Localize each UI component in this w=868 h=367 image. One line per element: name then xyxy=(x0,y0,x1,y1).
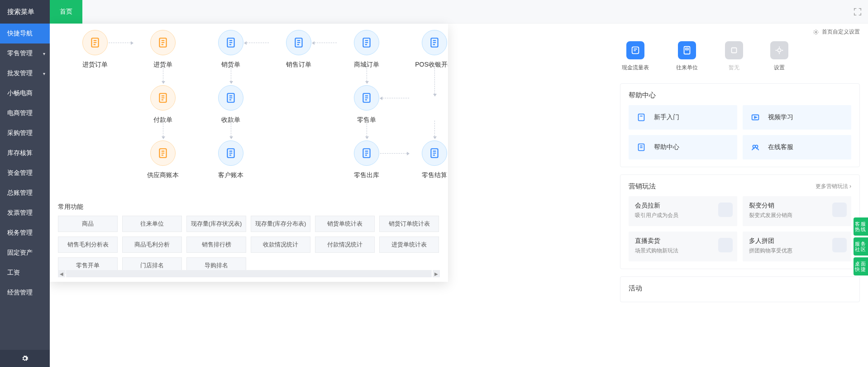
promo-deco-icon xyxy=(718,238,733,252)
sidebar-item-2[interactable]: 批发管理▾ xyxy=(0,63,50,83)
chevron-down-icon: ▾ xyxy=(43,51,45,56)
flow-node-销售订单[interactable]: 销售订单 xyxy=(269,30,328,69)
flow-node-label: 进货订单 xyxy=(66,61,124,69)
float-btn-0[interactable]: 客服热线 xyxy=(854,217,868,236)
shortcut-label: 暂无 xyxy=(725,64,743,72)
sidebar-item-label: 税务管理 xyxy=(7,229,33,237)
help-item-2[interactable]: 帮助中心 xyxy=(629,135,737,159)
common-fn-4[interactable]: 销货单统计表 xyxy=(315,216,375,232)
common-fn-1[interactable]: 往来单位 xyxy=(122,216,182,232)
common-fn-11[interactable]: 进货单统计表 xyxy=(379,237,439,253)
sidebar-item-3[interactable]: 小畅电商 xyxy=(0,83,50,103)
flow-node-供应商账本[interactable]: 供应商账本 xyxy=(134,140,192,179)
help-center-card: 帮助中心 新手入门视频学习帮助中心在线客服 xyxy=(620,83,860,167)
sidebar-settings[interactable] xyxy=(0,350,50,367)
common-fn-10[interactable]: 付款情况统计 xyxy=(315,237,375,253)
sidebar-item-6[interactable]: 库存核算 xyxy=(0,143,50,163)
flow-node-进货订单[interactable]: 进货订单 xyxy=(66,30,124,69)
sidebar-item-8[interactable]: 总账管理 xyxy=(0,183,50,203)
promo-1[interactable]: 裂变分销裂变式发展分销商 xyxy=(743,196,851,226)
doc-icon xyxy=(422,140,447,166)
marketing-card: 营销玩法 更多营销玩法 › 会员拉新吸引用户成为会员裂变分销裂变式发展分销商直播… xyxy=(620,174,860,269)
sidebar-item-4[interactable]: 电商管理 xyxy=(0,103,50,123)
sidebar-item-label: 经营管理 xyxy=(7,289,33,297)
sidebar-item-label: 工资 xyxy=(7,269,20,277)
shortcut-3[interactable]: 设置 xyxy=(770,41,788,72)
sidebar: 搜索菜单 快捷导航零售管理▾批发管理▾小畅电商电商管理采购管理库存核算资金管理总… xyxy=(0,0,50,367)
chevron-down-icon: ▾ xyxy=(43,71,45,76)
help-item-3[interactable]: 在线客服 xyxy=(743,135,851,159)
promo-0[interactable]: 会员拉新吸引用户成为会员 xyxy=(629,196,737,226)
quick-nav-flyout: 进货订单进货单销货单销售订单商城订单POS收银开单付款单收款单零售单供应商账本客… xyxy=(50,24,448,282)
svg-rect-18 xyxy=(639,114,644,121)
home-custom-setting[interactable]: 首页自定义设置 xyxy=(620,28,860,36)
flow-node-label: 零售结算 xyxy=(405,171,448,179)
horizontal-scrollbar[interactable]: ◀ ▶ xyxy=(58,270,440,277)
scroll-right-icon[interactable]: ▶ xyxy=(433,270,440,277)
flow-node-label: 供应商账本 xyxy=(134,171,192,179)
shortcut-icon xyxy=(626,41,644,59)
sidebar-item-13[interactable]: 经营管理 xyxy=(0,283,50,303)
common-fn-2[interactable]: 现存量(库存状况表) xyxy=(186,216,246,232)
doc-icon xyxy=(150,30,176,55)
common-fn-6[interactable]: 销售毛利分析表 xyxy=(58,237,118,253)
float-btn-2[interactable]: 桌面快捷 xyxy=(854,257,868,275)
doc-icon xyxy=(218,140,243,166)
sidebar-item-5[interactable]: 采购管理 xyxy=(0,123,50,143)
fullscreen-icon[interactable] xyxy=(853,7,863,17)
help-item-label: 视频学习 xyxy=(768,113,793,121)
common-fn-7[interactable]: 商品毛利分析 xyxy=(122,237,182,253)
svg-point-22 xyxy=(755,145,758,148)
scroll-track[interactable] xyxy=(66,270,432,277)
common-fn-9[interactable]: 收款情况统计 xyxy=(251,237,310,253)
flow-node-label: 销售订单 xyxy=(269,61,328,69)
promo-2[interactable]: 直播卖货场景式购物新玩法 xyxy=(629,232,737,261)
help-item-0[interactable]: 新手入门 xyxy=(629,105,737,130)
sidebar-item-label: 资金管理 xyxy=(7,169,33,177)
shortcut-1[interactable]: 往来单位 xyxy=(676,41,698,72)
shortcut-icon xyxy=(678,41,696,59)
float-btn-1[interactable]: 服务社区 xyxy=(854,237,868,256)
marketing-more[interactable]: 更多营销玩法 › xyxy=(816,183,851,190)
doc-icon xyxy=(218,30,243,55)
flow-node-零售结算[interactable]: 零售结算 xyxy=(405,140,448,179)
right-panel: 首页自定义设置 现金流量表往来单位暂无设置 帮助中心 新手入门视频学习帮助中心在… xyxy=(620,28,860,309)
sidebar-item-1[interactable]: 零售管理▾ xyxy=(0,43,50,63)
flow-node-客户账本[interactable]: 客户账本 xyxy=(201,140,260,179)
common-fn-3[interactable]: 现存量(库存分布表) xyxy=(251,216,310,232)
sidebar-item-12[interactable]: 工资 xyxy=(0,263,50,283)
promo-title: 多人拼团 xyxy=(749,237,845,245)
svg-rect-16 xyxy=(732,48,737,53)
help-item-1[interactable]: 视频学习 xyxy=(743,105,851,130)
sidebar-item-label: 固定资产 xyxy=(7,249,33,257)
shortcut-icon xyxy=(770,41,788,59)
flow-node-POS收银开单[interactable]: POS收银开单 xyxy=(405,30,448,69)
common-fn-5[interactable]: 销货订单统计表 xyxy=(379,216,439,232)
sidebar-search[interactable]: 搜索菜单 xyxy=(0,0,50,24)
tab-home[interactable]: 首页 xyxy=(50,0,82,24)
promo-3[interactable]: 多人拼团拼团购物享受优惠 xyxy=(743,232,851,261)
sidebar-item-0[interactable]: 快捷导航 xyxy=(0,24,50,43)
promo-desc: 拼团购物享受优惠 xyxy=(749,247,845,255)
flow-node-label: 零售出库 xyxy=(337,171,396,179)
doc-icon xyxy=(150,85,176,111)
common-fn-0[interactable]: 商品 xyxy=(58,216,118,232)
scroll-left-icon[interactable]: ◀ xyxy=(58,270,65,277)
settings-icon xyxy=(813,29,819,35)
sidebar-item-10[interactable]: 税务管理 xyxy=(0,223,50,243)
doc-icon xyxy=(150,140,176,166)
sidebar-item-11[interactable]: 固定资产 xyxy=(0,243,50,263)
shortcut-icon xyxy=(725,41,743,59)
sidebar-item-label: 电商管理 xyxy=(7,109,33,117)
doc-icon xyxy=(422,30,447,55)
help-icon xyxy=(749,111,762,124)
svg-point-17 xyxy=(777,48,781,52)
common-fn-8[interactable]: 销售排行榜 xyxy=(186,237,246,253)
sidebar-item-7[interactable]: 资金管理 xyxy=(0,163,50,183)
flow-node-零售出库[interactable]: 零售出库 xyxy=(337,140,396,179)
shortcut-0[interactable]: 现金流量表 xyxy=(622,41,649,72)
sidebar-item-label: 总账管理 xyxy=(7,189,33,197)
promo-deco-icon xyxy=(718,203,733,217)
doc-icon xyxy=(354,140,379,166)
sidebar-item-9[interactable]: 发票管理 xyxy=(0,203,50,223)
